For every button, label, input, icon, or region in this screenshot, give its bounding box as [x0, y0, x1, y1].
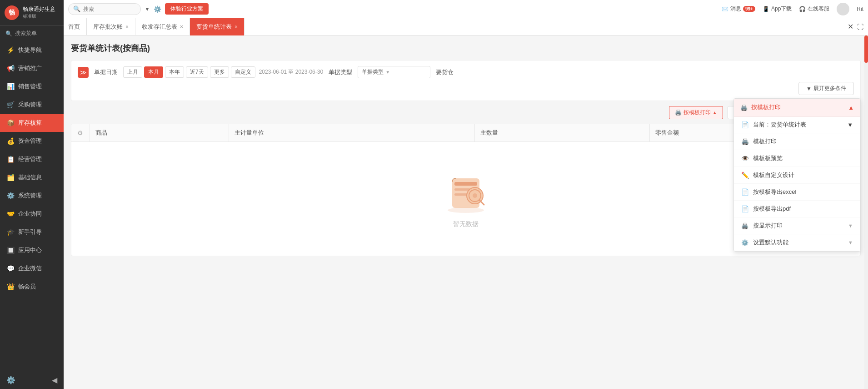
tab-demand-summary-close[interactable]: × — [234, 24, 238, 30]
print-template-button[interactable]: 🖨️ 按模板打印 ▲ — [669, 106, 723, 119]
sidebar-item-appstore[interactable]: 🔲 应用中心 — [0, 241, 64, 259]
page-title: 要货单统计表(按商品) — [71, 43, 861, 54]
tab-batch-account-label: 库存批次账 — [93, 23, 123, 31]
scrollbar-thumb — [864, 35, 868, 63]
template-excel-label: 按模板导出excel — [753, 188, 796, 196]
right-scrollbar[interactable] — [864, 35, 868, 389]
app-download-icon: 📱 — [763, 6, 769, 12]
tab-expand-button[interactable]: ⛶ — [857, 23, 863, 30]
topbar-search-box[interactable]: 🔍 — [68, 3, 141, 15]
table-col-goods: 商品 — [90, 124, 229, 142]
template-custom-item[interactable]: ✏️ 模板自定义设计 — [734, 167, 860, 184]
tab-close-all-button[interactable]: ✕ — [848, 22, 853, 31]
set-default-chevron-icon: ▼ — [848, 240, 853, 245]
sales-icon: 📊 — [6, 82, 15, 91]
sidebar-item-wechat[interactable]: 💬 企业微信 — [0, 259, 64, 278]
topbar-right: ✉️ 消息 99+ 📱 App下载 🎧 在线客服 Rit — [722, 3, 863, 15]
app-download-button[interactable]: 📱 App下载 — [763, 5, 792, 13]
date-this-month-btn[interactable]: 本月 — [144, 66, 163, 78]
user-avatar[interactable] — [837, 3, 849, 15]
username-label: Rit — [857, 6, 863, 12]
template-print-icon: 🖨️ — [741, 138, 748, 145]
date-filter-label: 单据日期 — [94, 68, 118, 76]
expand-more-label: 展开更多条件 — [813, 85, 846, 92]
sidebar-item-operations[interactable]: 📋 经营管理 — [0, 150, 64, 168]
topbar-search-input[interactable] — [83, 6, 136, 12]
page-content: 要货单统计表(按商品) ≫ 单据日期 上月 本月 本年 近7天 更多 自定义 2… — [64, 35, 868, 389]
template-pdf-item[interactable]: 📄 按模板导出pdf — [734, 201, 860, 217]
filter-toggle-button[interactable]: ≫ — [78, 67, 89, 78]
purchase-icon: 🛒 — [6, 101, 15, 109]
date-7days-btn[interactable]: 近7天 — [186, 66, 208, 78]
sidebar-item-beginner[interactable]: 🎓 新手引导 — [0, 223, 64, 241]
sidebar-item-label: 新手引导 — [18, 228, 42, 236]
tab-batch-account-close[interactable]: × — [125, 24, 129, 30]
brand-sub: 标准版 — [23, 13, 55, 20]
print-dropdown: 🖨️ 按模板打印 ▲ 📄 当前：要货单统计表 ▼ 🖨️ 模板打印 👁️ 模板板预… — [733, 98, 861, 252]
sidebar-item-quick-nav[interactable]: ⚡ 快捷导航 — [0, 41, 64, 59]
tab-receipt-summary[interactable]: 收发存汇总表 × — [135, 18, 190, 35]
sidebar-item-sales[interactable]: 📊 销售管理 — [0, 77, 64, 96]
sidebar-item-enterprise[interactable]: 🤝 企业协同 — [0, 205, 64, 223]
tab-home-label: 首页 — [68, 23, 80, 31]
message-label: 消息 — [730, 5, 741, 13]
appstore-icon: 🔲 — [6, 246, 15, 254]
set-default-item[interactable]: ⚙️ 设置默认功能 ▼ — [734, 234, 860, 251]
sidebar-search-button[interactable]: 🔍 搜索菜单 — [0, 26, 64, 41]
trial-button[interactable]: 体验行业方案 — [165, 3, 209, 15]
message-button[interactable]: ✉️ 消息 99+ — [722, 5, 755, 13]
tab-home[interactable]: 首页 — [68, 18, 87, 35]
print-dropdown-header[interactable]: 🖨️ 按模板打印 ▲ — [734, 99, 860, 116]
app-logo-icon: 畅 — [5, 5, 19, 20]
filter-bar: ≫ 单据日期 上月 本月 本年 近7天 更多 自定义 2023-06-01 至 … — [71, 60, 861, 101]
display-print-label: 按显示打印 — [753, 222, 783, 230]
search-icon: 🔍 — [5, 30, 12, 37]
sidebar-item-label: 基础信息 — [18, 173, 42, 182]
print-header-chevron-icon: ▲ — [848, 104, 854, 111]
print-current-item[interactable]: 📄 当前：要货单统计表 ▼ — [734, 116, 860, 133]
date-more-btn[interactable]: 更多 — [210, 66, 229, 78]
date-this-year-btn[interactable]: 本年 — [165, 66, 184, 78]
online-service-button[interactable]: 🎧 在线客服 — [799, 5, 829, 13]
sidebar-item-basic[interactable]: 🗂️ 基础信息 — [0, 168, 64, 187]
sidebar-item-member[interactable]: 👑 畅会员 — [0, 278, 64, 296]
tabs-bar: 首页 库存批次账 × 收发存汇总表 × 要货单统计表 × ✕ ⛶ — [64, 18, 868, 35]
topbar: 🔍 ▼ ⚙️ 体验行业方案 ✉️ 消息 99+ 📱 App下载 🎧 在线客服 R — [64, 0, 868, 18]
tab-batch-account[interactable]: 库存批次账 × — [87, 18, 135, 35]
tab-receipt-summary-close[interactable]: × — [180, 24, 183, 30]
template-preview-icon: 👁️ — [741, 155, 748, 162]
beginner-icon: 🎓 — [6, 228, 15, 236]
template-excel-item[interactable]: 📄 按模板导出excel — [734, 184, 860, 201]
table-col-settings[interactable]: ⚙ — [71, 124, 90, 142]
topbar-nav-dropdown[interactable]: ▼ — [145, 6, 150, 12]
topbar-gear-icon[interactable]: ⚙️ — [154, 5, 161, 13]
template-print-item[interactable]: 🖨️ 模板打印 — [734, 133, 860, 150]
order-type-select[interactable]: 单据类型 ▼ — [358, 66, 430, 78]
table-settings-icon[interactable]: ⚙ — [77, 129, 83, 136]
app-download-label: App下载 — [771, 5, 792, 13]
sidebar-item-marketing[interactable]: 📢 营销推广 — [0, 59, 64, 77]
table-col-unit: 主计量单位 — [229, 124, 475, 142]
settings-bottom-icon[interactable]: ⚙️ — [6, 376, 15, 384]
template-preview-item[interactable]: 👁️ 模板板预览 — [734, 150, 860, 167]
svg-rect-3 — [454, 188, 470, 191]
template-print-label: 模板打印 — [753, 137, 777, 146]
sidebar-item-system[interactable]: ⚙️ 系统管理 — [0, 187, 64, 205]
sidebar-nav: ⚡ 快捷导航 📢 营销推广 📊 销售管理 🛒 采购管理 📦 库存核算 💰 资金管… — [0, 41, 64, 371]
sidebar-item-purchase[interactable]: 🛒 采购管理 — [0, 96, 64, 114]
finance-icon: 💰 — [6, 137, 15, 145]
expand-more-conditions-btn[interactable]: ▼ 展开更多条件 — [798, 82, 854, 95]
template-pdf-label: 按模板导出pdf — [753, 205, 791, 213]
collapse-icon[interactable]: ◀ — [52, 376, 57, 384]
date-filter-group: 上月 本月 本年 近7天 更多 自定义 2023-06-01 至 2023-06… — [123, 66, 323, 78]
date-last-month-btn[interactable]: 上月 — [123, 66, 142, 78]
tab-demand-summary[interactable]: 要货单统计表 × — [190, 18, 244, 35]
sidebar-item-inventory[interactable]: 📦 库存核算 — [0, 114, 64, 132]
display-print-chevron-icon: ▼ — [848, 223, 853, 228]
sidebar-item-finance[interactable]: 💰 资金管理 — [0, 132, 64, 150]
date-custom-btn[interactable]: 自定义 — [231, 66, 255, 78]
display-print-item[interactable]: 🖨️ 按显示打印 ▼ — [734, 217, 860, 234]
sidebar-item-label: 系统管理 — [18, 192, 42, 200]
order-type-chevron-icon: ▼ — [385, 70, 390, 75]
wechat-icon: 💬 — [6, 264, 15, 273]
